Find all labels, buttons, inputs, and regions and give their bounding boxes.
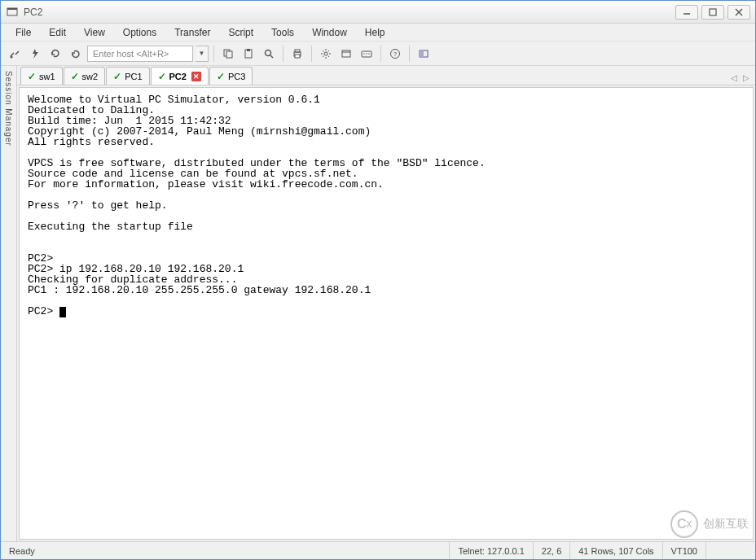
toolbar: Enter host <Alt+R> ▼ ? — [1, 42, 755, 66]
svg-rect-17 — [342, 50, 350, 57]
app-icon — [6, 6, 19, 19]
tab-label: PC2 — [169, 72, 187, 81]
menu-file[interactable]: File — [7, 25, 39, 40]
status-position: 22, 6 — [534, 542, 570, 559]
paste-icon[interactable] — [240, 45, 257, 63]
svg-rect-10 — [247, 49, 250, 51]
cursor-icon — [59, 307, 66, 317]
tab-pc2[interactable]: ✓ PC2 ✕ — [151, 67, 209, 85]
svg-rect-26 — [420, 50, 424, 57]
find-icon[interactable] — [260, 45, 278, 63]
separator — [380, 46, 381, 62]
session-manager-label: Session Manager — [4, 71, 13, 147]
separator — [311, 46, 312, 62]
titlebar: PC2 — [1, 1, 755, 24]
main-area: ✓ sw1 ✓ sw2 ✓ PC1 ✓ PC2 ✕ ✓ — [17, 66, 755, 541]
app-window: PC2 File Edit View Options Transfer Scri… — [0, 0, 756, 560]
maximize-button[interactable] — [701, 5, 724, 20]
window-title: PC2 — [24, 7, 672, 18]
separator — [213, 46, 214, 62]
status-term: VT100 — [663, 542, 706, 559]
separator — [283, 46, 284, 62]
session-options-icon[interactable] — [337, 45, 355, 63]
connect-icon[interactable] — [6, 45, 24, 63]
tabbar: ✓ sw1 ✓ sw2 ✓ PC1 ✓ PC2 ✕ ✓ — [17, 66, 755, 85]
svg-rect-8 — [226, 51, 232, 58]
svg-line-12 — [270, 55, 273, 58]
keyboard-icon[interactable] — [358, 45, 376, 63]
tab-label: sw1 — [39, 72, 55, 81]
tab-nav-left-icon[interactable]: ◁ — [728, 70, 740, 85]
status-size: 41 Rows, 107 Cols — [570, 542, 662, 559]
tab-pc3[interactable]: ✓ PC3 — [209, 67, 253, 85]
host-input[interactable]: Enter host <Alt+R> — [87, 46, 193, 62]
menu-help[interactable]: Help — [357, 25, 393, 40]
disconnect-icon[interactable] — [67, 45, 85, 63]
copy-icon[interactable] — [219, 45, 237, 63]
tab-sw2[interactable]: ✓ sw2 — [64, 67, 106, 85]
menu-view[interactable]: View — [76, 25, 113, 40]
svg-point-22 — [368, 53, 369, 54]
tab-pc1[interactable]: ✓ PC1 — [106, 67, 149, 85]
tab-label: PC1 — [125, 72, 142, 81]
svg-point-20 — [363, 53, 364, 54]
session-manager-panel[interactable]: Session Manager — [1, 66, 17, 541]
close-tab-icon[interactable]: ✕ — [191, 72, 201, 81]
minimize-button[interactable] — [675, 5, 698, 20]
toggle-icon[interactable] — [415, 45, 433, 63]
menu-edit[interactable]: Edit — [41, 25, 74, 40]
tab-label: PC3 — [228, 72, 245, 81]
separator — [409, 46, 410, 62]
terminal-text: Welcome to Virtual PC Simulator, version… — [28, 94, 486, 317]
svg-point-11 — [266, 50, 271, 55]
help-icon[interactable]: ? — [386, 45, 404, 63]
svg-rect-3 — [710, 9, 716, 15]
status-telnet: Telnet: 127.0.0.1 — [450, 542, 533, 559]
window-controls — [672, 5, 750, 20]
tab-sw1[interactable]: ✓ sw1 — [20, 67, 63, 85]
menu-transfer[interactable]: Transfer — [166, 25, 218, 40]
svg-rect-1 — [7, 8, 17, 10]
check-icon: ✓ — [113, 71, 121, 82]
reconnect-icon[interactable] — [46, 45, 64, 63]
tab-label: sw2 — [82, 72, 99, 81]
host-placeholder-text: Enter host <Alt+R> — [93, 49, 169, 59]
settings-icon[interactable] — [317, 45, 335, 63]
menu-script[interactable]: Script — [220, 25, 262, 40]
check-icon: ✓ — [217, 71, 225, 82]
print-icon[interactable] — [288, 45, 306, 63]
check-icon: ✓ — [28, 71, 36, 82]
menu-options[interactable]: Options — [115, 25, 165, 40]
terminal-output[interactable]: Welcome to Virtual PC Simulator, version… — [19, 87, 754, 540]
content-row: Session Manager ✓ sw1 ✓ sw2 ✓ PC1 ✓ PC2 — [1, 66, 755, 541]
menu-window[interactable]: Window — [304, 25, 355, 40]
svg-rect-14 — [295, 50, 300, 52]
svg-rect-15 — [295, 55, 300, 58]
svg-text:?: ? — [393, 50, 398, 58]
menubar: File Edit View Options Transfer Script T… — [1, 24, 755, 42]
tab-nav-right-icon[interactable]: ▷ — [741, 70, 752, 85]
close-button[interactable] — [727, 5, 750, 20]
quick-connect-icon[interactable] — [26, 45, 44, 63]
host-dropdown-icon[interactable]: ▼ — [196, 46, 209, 62]
menu-tools[interactable]: Tools — [263, 25, 302, 40]
check-icon: ✓ — [71, 71, 79, 82]
check-icon: ✓ — [158, 71, 166, 82]
svg-point-21 — [366, 53, 367, 54]
status-ready: Ready — [1, 542, 450, 559]
svg-point-16 — [324, 52, 327, 55]
status-spacer — [706, 542, 755, 559]
svg-point-6 — [11, 55, 13, 58]
statusbar: Ready Telnet: 127.0.0.1 22, 6 41 Rows, 1… — [1, 541, 755, 559]
